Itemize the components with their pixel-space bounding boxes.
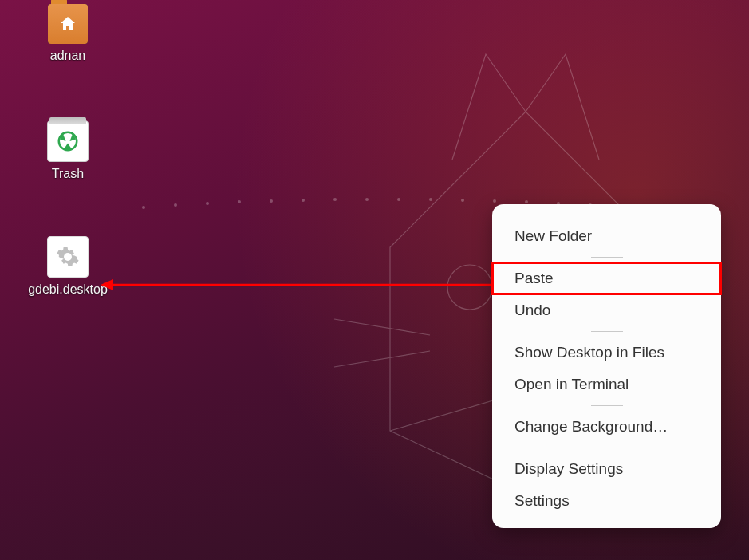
menu-separator [591,448,623,448]
svg-point-17 [461,199,464,202]
desktop-background[interactable]: adnan Trash gdebi [0,0,749,560]
svg-point-12 [302,199,305,202]
svg-point-16 [429,198,432,201]
svg-line-4 [334,351,430,367]
svg-point-11 [270,199,273,203]
menu-item-new-folder[interactable]: New Folder [492,220,721,252]
desktop-icon-trash[interactable]: Trash [12,120,124,181]
svg-point-14 [365,198,369,201]
desktop-icon-label: Trash [52,167,84,181]
svg-point-13 [333,198,337,201]
svg-point-9 [206,202,209,205]
menu-item-undo[interactable]: Undo [492,294,721,326]
svg-line-3 [334,319,430,335]
desktop-file-icon [47,236,89,278]
menu-item-show-desktop-in-files[interactable]: Show Desktop in Files [492,337,721,369]
desktop-icon-home[interactable]: adnan [12,4,124,63]
svg-point-1 [447,265,492,310]
menu-item-display-settings[interactable]: Display Settings [492,453,721,485]
desktop-context-menu: New Folder Paste Undo Show Desktop in Fi… [492,204,721,528]
svg-point-8 [174,203,177,207]
menu-item-settings[interactable]: Settings [492,485,721,517]
desktop-icon-label: adnan [50,49,86,63]
svg-point-18 [493,199,496,203]
menu-separator [591,257,623,258]
trash-icon [47,120,89,162]
menu-item-open-in-terminal[interactable]: Open in Terminal [492,369,721,400]
svg-point-19 [525,200,528,203]
menu-item-paste[interactable]: Paste [492,262,721,294]
menu-separator [591,331,623,332]
home-folder-icon [48,4,88,44]
svg-point-15 [397,198,400,201]
svg-point-10 [238,200,241,203]
menu-separator [591,405,623,406]
svg-point-7 [142,206,145,209]
desktop-icon-label: gdebi.desktop [28,282,108,297]
desktop-icon-gdebi[interactable]: gdebi.desktop [12,236,124,297]
menu-item-change-background[interactable]: Change Background… [492,411,721,443]
